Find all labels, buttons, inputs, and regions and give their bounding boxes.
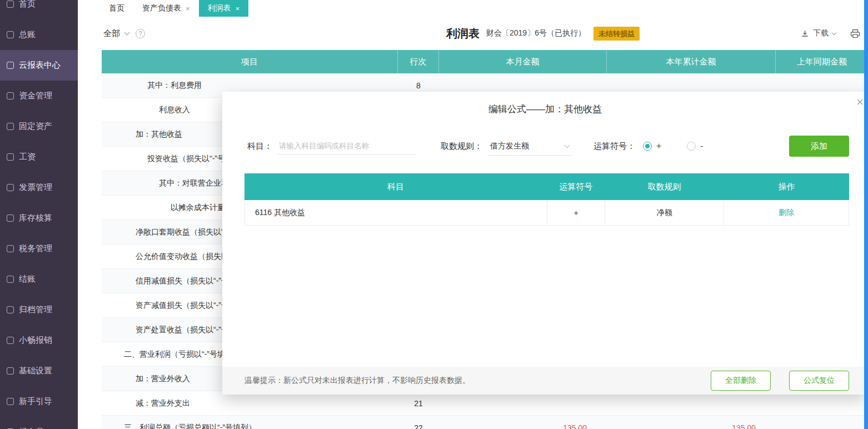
formula-action-cell: 删除 bbox=[724, 200, 849, 225]
download-icon bbox=[801, 29, 809, 38]
toolbar-actions: 下载 bbox=[801, 28, 860, 38]
column-header-month-amount: 本月金额 bbox=[439, 50, 607, 73]
home-icon bbox=[7, 1, 14, 8]
sidebar-item-label: 首页 bbox=[19, 0, 36, 9]
subject-input[interactable] bbox=[277, 138, 416, 154]
row-item-label: 其中：利息费用 bbox=[102, 81, 398, 91]
subject-label: 科目： bbox=[247, 141, 272, 152]
operator-plus-radio[interactable]: + bbox=[643, 141, 661, 151]
formula-subject: 6116 其他收益 bbox=[245, 200, 547, 225]
formula-table-body: 6116 其他收益+净额删除 bbox=[245, 200, 849, 226]
sidebar-item-reimburse[interactable]: 小畅报销 bbox=[0, 325, 78, 356]
tab-home[interactable]: 首页 bbox=[100, 0, 133, 17]
tab-bar: 首页 资产负债表 × 利润表 × bbox=[78, 0, 868, 17]
sidebar-item-inventory[interactable]: 库存核算 bbox=[0, 203, 78, 233]
tab-label: 利润表 bbox=[208, 3, 231, 13]
sidebar-item-archive[interactable]: 归档管理 bbox=[0, 295, 78, 325]
footer-buttons: 全部删除 公式复位 bbox=[711, 371, 849, 391]
delete-link[interactable]: 删除 bbox=[779, 208, 794, 218]
row-ytd-amount: 135.00 bbox=[607, 423, 776, 429]
column-header-action: 操作 bbox=[724, 173, 849, 200]
edit-formula-dialog: × 编辑公式——加：其他收益 科目： 取数规则： 借方发生额 运算符号： + - bbox=[222, 92, 868, 395]
chevron-down-icon bbox=[832, 30, 836, 34]
column-header-rule: 取数规则 bbox=[605, 173, 724, 200]
table-row[interactable]: 减：营业外支出21 bbox=[102, 391, 868, 416]
radio-label: - bbox=[700, 141, 703, 151]
row-item-label: 三、利润总额（亏损总额以“-”号填列） bbox=[102, 423, 398, 429]
rule-select[interactable]: 借方发生额 bbox=[488, 137, 571, 156]
close-icon[interactable]: × bbox=[186, 4, 190, 13]
chevron-down-icon bbox=[565, 142, 570, 148]
sidebar-item-fixed-assets[interactable]: 固定资产 bbox=[0, 111, 78, 142]
sidebar-item-funds[interactable]: 资金管理 bbox=[0, 81, 78, 111]
report-title-group: 利润表 财会〔2019〕6号（已执行） 未结转损益 bbox=[446, 17, 640, 50]
sidebar: 首页总账云报表中心资金管理固定资产工资发票管理库存核算税务管理结账归档管理小畅报… bbox=[0, 0, 78, 429]
reimburse-icon bbox=[7, 337, 14, 344]
sidebar-item-label: 结账 bbox=[19, 274, 36, 285]
sidebar-item-closing[interactable]: 结账 bbox=[0, 264, 78, 295]
scope-filter-dropdown[interactable]: 全部 bbox=[103, 28, 129, 39]
sidebar-item-home[interactable]: 首页 bbox=[0, 0, 78, 19]
sidebar-item-general-ledger[interactable]: 总账 bbox=[0, 19, 78, 50]
settings-icon bbox=[7, 367, 14, 375]
sidebar-item-label: 新手引导 bbox=[19, 396, 52, 407]
sidebar-item-invoice[interactable]: 发票管理 bbox=[0, 172, 78, 203]
download-label: 下载 bbox=[813, 28, 829, 38]
report-toolbar: 全部 利润表 财会〔2019〕6号（已执行） 未结转损益 下载 bbox=[78, 17, 868, 50]
sidebar-item-guide[interactable]: 新手引导 bbox=[0, 386, 78, 417]
sidebar-item-member[interactable]: 畅合员 bbox=[0, 417, 78, 429]
sidebar-item-label: 固定资产 bbox=[19, 121, 52, 132]
scope-filter-label: 全部 bbox=[103, 28, 120, 39]
sidebar-item-label: 税务管理 bbox=[19, 243, 52, 254]
sidebar-item-label: 归档管理 bbox=[19, 305, 52, 315]
sidebar-item-cloud-report-center[interactable]: 云报表中心 bbox=[0, 50, 78, 81]
operator-label: 运算符号： bbox=[593, 141, 635, 152]
delete-all-button[interactable]: 全部删除 bbox=[711, 371, 771, 391]
formula-form: 科目： 取数规则： 借方发生额 运算符号： + - 添加 bbox=[247, 136, 849, 157]
payroll-icon bbox=[7, 153, 14, 161]
closing-icon bbox=[7, 276, 14, 283]
sidebar-item-settings[interactable]: 基础设置 bbox=[0, 356, 78, 386]
sidebar-item-label: 工资 bbox=[19, 152, 36, 162]
sidebar-item-payroll[interactable]: 工资 bbox=[0, 142, 78, 172]
close-icon[interactable]: × bbox=[236, 4, 240, 13]
report-standard-label: 财会〔2019〕6号（已执行） bbox=[486, 28, 586, 38]
scrollbar[interactable] bbox=[864, 0, 868, 429]
operator-minus-radio[interactable]: - bbox=[687, 141, 703, 151]
add-button[interactable]: 添加 bbox=[789, 136, 849, 157]
tab-label: 资产负债表 bbox=[142, 3, 181, 13]
tab-label: 首页 bbox=[109, 3, 124, 13]
page-title: 利润表 bbox=[446, 26, 480, 41]
table-row[interactable]: 三、利润总额（亏损总额以“-”号填列）22135.00135.00 bbox=[102, 416, 868, 429]
cloud-report-icon bbox=[7, 62, 14, 69]
formula-reset-button[interactable]: 公式复位 bbox=[789, 371, 849, 391]
row-month-amount: 135.00 bbox=[439, 423, 607, 429]
help-icon[interactable] bbox=[136, 29, 145, 38]
sidebar-item-label: 云报表中心 bbox=[19, 60, 61, 71]
column-header-item: 项目 bbox=[102, 50, 398, 73]
printer-icon[interactable] bbox=[850, 29, 860, 38]
radio-icon bbox=[687, 142, 696, 151]
sidebar-item-label: 库存核算 bbox=[19, 213, 52, 223]
row-item-label: 减：营业外支出 bbox=[102, 398, 398, 408]
formula-table-header: 科目 运算符号 取数规则 操作 bbox=[245, 173, 849, 200]
column-header-operator: 运算符号 bbox=[547, 173, 605, 200]
download-button[interactable]: 下载 bbox=[801, 28, 836, 38]
sidebar-item-label: 畅合员 bbox=[19, 427, 44, 429]
tax-icon bbox=[7, 245, 14, 252]
operator-radio-group: + - bbox=[643, 141, 704, 151]
inventory-icon bbox=[7, 214, 14, 222]
close-icon[interactable]: × bbox=[856, 96, 864, 108]
tab-income-statement[interactable]: 利润表 × bbox=[199, 0, 249, 17]
report-table-header: 项目 行次 本月金额 本年累计金额 上年同期金额 bbox=[102, 50, 868, 73]
formula-table: 科目 运算符号 取数规则 操作 6116 其他收益+净额删除 bbox=[245, 173, 849, 226]
funds-icon bbox=[7, 92, 14, 99]
row-line-no: 21 bbox=[398, 399, 439, 408]
rule-select-value: 借方发生额 bbox=[490, 141, 529, 151]
sidebar-item-tax[interactable]: 税务管理 bbox=[0, 233, 78, 264]
archive-icon bbox=[7, 306, 14, 313]
rule-label: 取数规则： bbox=[441, 141, 482, 152]
dialog-title: 编辑公式——加：其他收益 bbox=[222, 103, 868, 116]
tab-balance-sheet[interactable]: 资产负债表 × bbox=[133, 0, 199, 17]
tip-text: 温馨提示：新公式只对未出报表进行计算，不影响历史报表数据。 bbox=[245, 376, 470, 386]
